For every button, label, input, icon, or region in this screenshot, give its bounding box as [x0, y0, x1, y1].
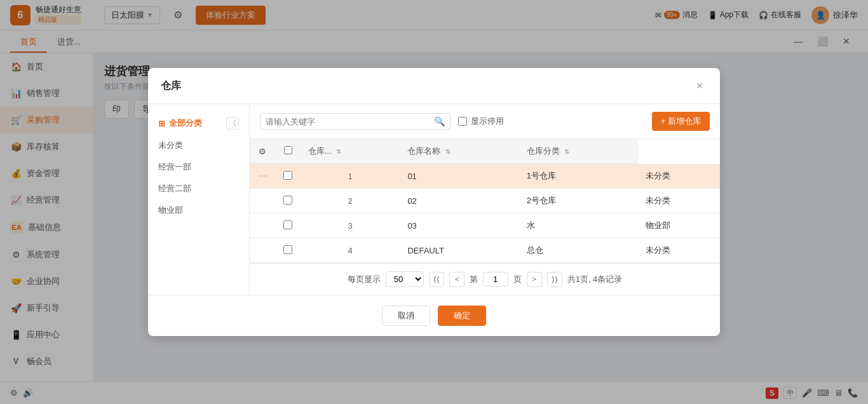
all-categories-label: 全部分类 — [169, 118, 202, 129]
cancel-button[interactable]: 取消 — [382, 306, 430, 326]
page-input-label: 第 — [470, 274, 478, 285]
name-sort-icon[interactable]: ⇅ — [445, 148, 451, 155]
warehouse-name: 1号仓库 — [527, 171, 556, 180]
row-code-cell: 01 — [400, 164, 519, 189]
page-size-label: 每页显示 — [348, 274, 381, 285]
row-checkbox[interactable] — [283, 220, 292, 229]
modal-body: ⊞ 全部分类 《 未分类 经营一部 经营二部 物业部 🔍 — [148, 104, 720, 295]
row-checkbox-cell — [275, 189, 301, 213]
row-code-cell: 03 — [400, 213, 519, 238]
category-item-operations-1[interactable]: 经营一部 — [148, 156, 249, 178]
table-row[interactable]: 4 DEFAULT 总仓 未分类 — [250, 238, 720, 263]
next-page-button[interactable]: ＞ — [527, 272, 542, 287]
prev-page-button[interactable]: ＜ — [449, 272, 465, 287]
category-column-header: 仓库分类 ⇅ — [519, 139, 638, 164]
grid-icon: ⊞ — [158, 119, 165, 128]
row-more-cell: ··· — [250, 164, 275, 189]
name-column-label: 仓库名称 — [407, 146, 440, 156]
total-info: 共1页, 4条记录 — [567, 274, 623, 285]
category-sidebar: ⊞ 全部分类 《 未分类 经营一部 经营二部 物业部 — [148, 104, 250, 295]
collapse-categories-button[interactable]: 《 — [226, 117, 239, 130]
warehouse-modal: 仓库 × ⊞ 全部分类 《 未分类 经营一部 经营二部 物业部 — [148, 68, 720, 336]
row-checkbox-cell — [275, 213, 301, 238]
last-page-button[interactable]: ⟩⟩ — [547, 272, 562, 287]
category-item-property[interactable]: 物业部 — [148, 199, 249, 221]
show-disabled-text: 显示停用 — [471, 116, 504, 127]
table-row[interactable]: 2 02 2号仓库 未分类 — [250, 189, 720, 213]
warehouse-category: 未分类 — [646, 171, 670, 180]
table-row[interactable]: 3 03 水 物业部 — [250, 213, 720, 238]
category-item-operations-2[interactable]: 经营二部 — [148, 178, 249, 199]
table-row[interactable]: ··· 1 01 — [250, 164, 720, 189]
category-sort-icon[interactable]: ⇅ — [564, 148, 569, 155]
row-num: 1 — [348, 172, 353, 181]
row-code-cell: 02 — [400, 189, 519, 213]
row-checkbox-cell — [275, 238, 301, 263]
main-panel: 🔍 显示停用 + 新增仓库 ⚙ — [250, 104, 720, 295]
search-input[interactable] — [266, 117, 434, 126]
modal-title: 仓库 — [161, 79, 181, 93]
modal-overlay: 仓库 × ⊞ 全部分类 《 未分类 经营一部 经营二部 物业部 — [0, 0, 868, 404]
row-checkbox[interactable] — [283, 245, 292, 254]
more-options-icon[interactable]: ··· — [258, 170, 266, 181]
category-item-uncategorized[interactable]: 未分类 — [148, 135, 249, 156]
all-categories-button[interactable]: ⊞ 全部分类 — [158, 118, 202, 129]
search-input-wrap: 🔍 — [260, 113, 451, 130]
row-category-cell: 未分类 — [638, 164, 720, 189]
code-column-header: 仓库... ⇅ — [301, 139, 400, 164]
modal-close-button[interactable]: × — [692, 78, 707, 93]
warehouse-data-table: ⚙ 仓库... ⇅ 仓库名称 ⇅ — [250, 139, 720, 263]
row-checkbox[interactable] — [283, 196, 292, 205]
page-number-input[interactable] — [483, 272, 508, 286]
row-category-cell: 未分类 — [638, 238, 720, 263]
show-disabled-label: 显示停用 — [458, 116, 504, 127]
row-category-cell: 未分类 — [638, 189, 720, 213]
row-category-cell: 物业部 — [638, 213, 720, 238]
row-more-cell — [250, 189, 275, 213]
pagination: 每页显示 50 10 20 100 ⟨⟨ ＜ 第 页 ＞ ⟩⟩ 共1页, 4条记… — [250, 263, 720, 295]
search-icon[interactable]: 🔍 — [434, 116, 445, 126]
row-name-cell: 2号仓库 — [519, 189, 638, 213]
row-checkbox-cell — [275, 164, 301, 189]
row-name-cell: 水 — [519, 213, 638, 238]
gear-column-header: ⚙ — [250, 139, 275, 164]
row-num-cell: 2 — [301, 189, 400, 213]
warehouse-table: ⚙ 仓库... ⇅ 仓库名称 ⇅ — [250, 139, 720, 263]
select-all-checkbox[interactable] — [284, 146, 292, 154]
page-label: 页 — [513, 274, 522, 285]
code-sort-icon[interactable]: ⇅ — [336, 148, 341, 155]
warehouse-code: 01 — [407, 172, 416, 181]
row-code-cell: DEFAULT — [400, 238, 519, 263]
modal-header: 仓库 × — [148, 68, 720, 104]
show-disabled-checkbox[interactable] — [458, 117, 467, 126]
row-num-cell: 1 — [301, 164, 400, 189]
row-more-cell — [250, 238, 275, 263]
category-header: ⊞ 全部分类 《 — [148, 112, 249, 135]
row-num-cell: 3 — [301, 213, 400, 238]
row-more-cell — [250, 213, 275, 238]
category-column-label: 仓库分类 — [527, 146, 560, 156]
row-num-cell: 4 — [301, 238, 400, 263]
add-warehouse-button[interactable]: + 新增仓库 — [652, 112, 710, 131]
confirm-button[interactable]: 确定 — [438, 306, 486, 326]
name-column-header: 仓库名称 ⇅ — [400, 139, 519, 164]
row-name-cell: 总仓 — [519, 238, 638, 263]
modal-search-bar: 🔍 显示停用 + 新增仓库 — [250, 104, 720, 139]
table-header-row: ⚙ 仓库... ⇅ 仓库名称 ⇅ — [250, 139, 720, 164]
modal-footer: 取消 确定 — [148, 295, 720, 336]
row-name-cell: 1号仓库 — [519, 164, 638, 189]
checkbox-column-header — [275, 139, 301, 164]
page-size-select[interactable]: 50 10 20 100 — [386, 271, 424, 287]
code-column-label: 仓库... — [308, 146, 332, 156]
first-page-button[interactable]: ⟨⟨ — [429, 272, 444, 287]
row-checkbox[interactable] — [283, 171, 292, 180]
